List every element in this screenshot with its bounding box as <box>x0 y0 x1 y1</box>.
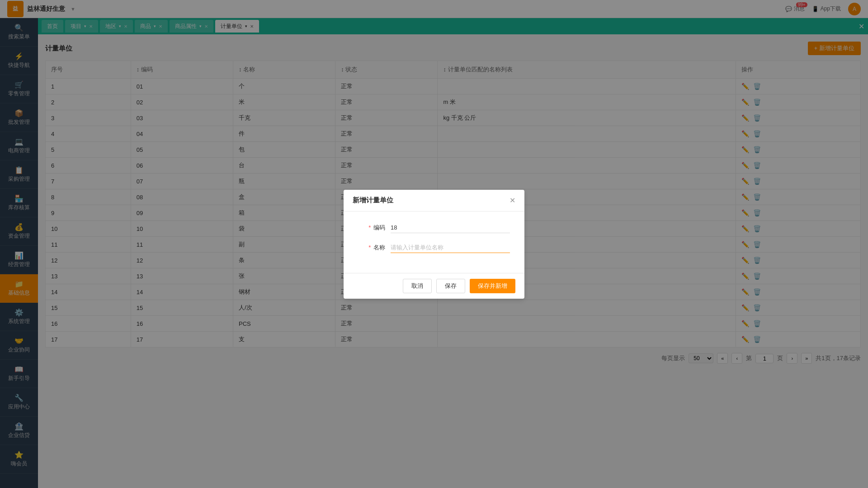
code-label-text: 编码 <box>373 224 385 231</box>
required-mark-name: * <box>368 244 371 251</box>
save-button[interactable]: 保存 <box>436 279 465 293</box>
modal-footer: 取消 保存 保存并新增 <box>344 273 524 299</box>
form-row-code: * 编码 <box>358 222 510 233</box>
name-label-text: 名称 <box>373 244 385 251</box>
name-input[interactable] <box>391 242 510 253</box>
modal-body: * 编码 * 名称 <box>344 211 524 273</box>
modal-title: 新增计量单位 <box>353 196 393 205</box>
save-and-add-button[interactable]: 保存并新增 <box>470 279 515 293</box>
add-measure-unit-modal: 新增计量单位 ✕ * 编码 * 名称 取消 保存 保存并新增 <box>344 190 524 299</box>
name-label: * 名称 <box>358 244 385 252</box>
code-input[interactable] <box>391 222 510 233</box>
code-label: * 编码 <box>358 224 385 232</box>
modal-header: 新增计量单位 ✕ <box>344 190 524 211</box>
form-row-name: * 名称 <box>358 242 510 253</box>
modal-close-btn[interactable]: ✕ <box>509 196 515 205</box>
modal-overlay: 新增计量单位 ✕ * 编码 * 名称 取消 保存 保存并新增 <box>0 0 868 488</box>
cancel-button[interactable]: 取消 <box>403 279 432 293</box>
required-mark: * <box>368 224 371 231</box>
